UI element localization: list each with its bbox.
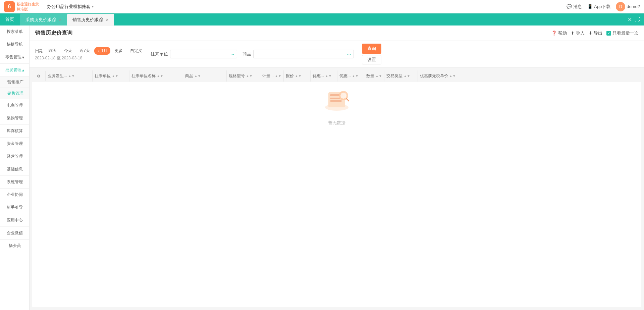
main-layout: 搜索菜单 快捷导航 零售管理 ▾ 批发管理 ▴ 营销推广 销售管理 电商管理 采… [0,25,644,310]
date-btn-last7days[interactable]: 近7天 [76,47,93,55]
sidebar-item-system-mgmt[interactable]: 系统管理 [0,176,29,189]
help-button[interactable]: ❓ 帮助 [551,30,567,36]
date-btn-yesterday[interactable]: 昨天 [46,47,60,55]
sidebar-item-wholesale-mgmt[interactable]: 批发管理 ▴ [0,64,29,76]
th-trade[interactable]: 交易类型 ▲▼ [384,70,418,82]
search-button[interactable]: 查询 [362,44,381,54]
product-dots-icon[interactable]: ··· [347,51,351,57]
app-title-area[interactable]: 办公用品行业模拟账套 ▾ [47,4,94,10]
date-btn-custom[interactable]: 自定义 [127,47,145,55]
app-dropdown-arrow[interactable]: ▾ [92,5,94,8]
sidebar-item-purchase-mgmt[interactable]: 采购管理 [0,112,29,125]
date-btn-more[interactable]: 更多 [112,47,126,55]
th-discount2[interactable]: 优惠... ▲▼ [337,70,364,82]
th-qty[interactable]: 数量 ▲▼ [364,70,384,82]
import-button[interactable]: ⬆ 导入 [571,30,585,36]
date-btn-today[interactable]: 今天 [61,47,75,55]
th-spec[interactable]: 规格型号 ▲▼ [227,70,260,82]
show-last-checkbox-wrap[interactable]: ✓ 只看最后一次 [606,30,639,36]
sort-spec-icon: ▲▼ [246,74,253,78]
table-area: ⚙ 业务发生... ▲▼ 往来单位 ▲▼ 往来单位名称 ▲▼ 商品 ▲▼ [32,70,641,307]
empty-text: 暂无数据 [328,120,345,126]
sidebar-item-operations-mgmt[interactable]: 经营管理 [0,150,29,163]
empty-state: 暂无数据 [32,82,641,126]
sidebar-item-search-menu[interactable]: 搜索菜单 [0,25,29,38]
content-area: 销售历史价查询 ❓ 帮助 ⬆ 导入 ⬇ 导出 ✓ [30,25,644,310]
sidebar-item-app-center[interactable]: 应用中心 [0,214,29,227]
sort-discount1-icon: ▲▼ [325,74,332,78]
sort-product-icon: ▲▼ [194,74,201,78]
date-range-display: 2023-02-18 至 2023-03-18 [35,55,145,61]
th-gear[interactable]: ⚙ [32,71,46,81]
tab-purchase-history-close[interactable]: ✕ [59,18,62,22]
tab-purchase-history[interactable]: 采购历史价跟踪 ✕ [20,14,67,26]
sidebar-item-finance-mgmt[interactable]: 资金管理 [0,138,29,150]
sidebar-item-quick-nav[interactable]: 快捷导航 [0,38,29,51]
tab-home[interactable]: 首页 [0,13,19,25]
sort-unit-code-icon: ▲▼ [112,74,118,78]
sidebar: 搜索菜单 快捷导航 零售管理 ▾ 批发管理 ▴ 营销推广 销售管理 电商管理 采… [0,25,30,310]
sidebar-item-marketing-promo[interactable]: 营销推广 [0,76,29,88]
gear-icon[interactable]: ⚙ [37,74,41,79]
empty-icon [320,82,354,116]
top-bar: 6 畅捷通好生意 标准版 办公用品行业模拟账套 ▾ 💬 消息 📱 App下载 D… [0,0,644,13]
sidebar-item-basic-info[interactable]: 基础信息 [0,163,29,176]
filter-partner-group: 往来单位 ··· [151,50,237,58]
export-button[interactable]: ⬇ 导出 [589,30,602,36]
table-header: ⚙ 业务发生... ▲▼ 往来单位 ▲▼ 往来单位名称 ▲▼ 商品 ▲▼ [32,70,641,82]
sidebar-item-enterprise-wechat[interactable]: 企业微信 [0,227,29,240]
page-header: 销售历史价查询 ❓ 帮助 ⬆ 导入 ⬇ 导出 ✓ [30,25,644,41]
th-discount1[interactable]: 优惠... ▲▼ [311,70,337,82]
partner-input[interactable]: ··· [170,50,237,58]
svg-line-7 [346,99,349,101]
help-icon: ❓ [551,31,557,36]
filter-date-row: 日期 昨天 今天 近7天 近1月 更多 自定义 [35,47,145,55]
partner-label: 往来单位 [151,51,168,57]
svg-point-6 [340,93,346,99]
date-options: 昨天 今天 近7天 近1月 更多 自定义 [46,47,145,55]
filter-buttons: 查询 设置 [362,44,381,64]
date-label: 日期 [35,48,44,54]
date-btn-last1month[interactable]: 近1月 [94,47,111,55]
sidebar-item-sales-mgmt[interactable]: 销售管理 [0,88,29,99]
show-last-checkbox[interactable]: ✓ [606,31,611,36]
svg-rect-3 [330,98,340,99]
logo-area: 6 畅捷通好生意 标准版 [4,1,39,12]
empty-illustration [320,82,354,116]
close-tab-action[interactable]: ✕ [628,16,632,23]
sidebar-item-vip-member[interactable]: 畅会员 [0,240,29,252]
th-unit-name[interactable]: 往来单位名称 ▲▼ [129,70,183,82]
app-download-button[interactable]: 📱 App下载 [587,4,610,10]
tab-sales-history[interactable]: 销售历史价跟踪 ✕ [67,14,114,26]
product-input[interactable]: ··· [253,50,354,58]
filter-section: 日期 昨天 今天 近7天 近1月 更多 自定义 2023-02-18 至 202… [30,41,644,67]
sort-unit-name-icon: ▲▼ [157,74,163,78]
page-title: 销售历史价查询 [35,30,72,37]
maximize-tab-action[interactable]: ⛶ [635,16,640,22]
user-menu[interactable]: D demo2 [616,2,640,11]
th-notax[interactable]: 优惠前无税单价 ▲▼ [418,70,641,82]
tab-actions: ✕ ⛶ [628,16,644,23]
sidebar-item-ecommerce-mgmt[interactable]: 电商管理 [0,99,29,112]
th-price[interactable]: 报价 ▲▼ [284,70,311,82]
tab-sales-history-close[interactable]: ✕ [106,18,109,22]
message-button[interactable]: 💬 消息 [567,4,582,10]
sidebar-item-retail-mgmt[interactable]: 零售管理 ▾ [0,51,29,64]
th-product[interactable]: 商品 ▲▼ [183,70,227,82]
product-label: 商品 [243,51,251,57]
settings-button[interactable]: 设置 [362,55,381,64]
sidebar-item-inventory-check[interactable]: 库存核算 [0,125,29,138]
filter-product-group: 商品 ··· [243,50,354,58]
top-bar-right: 💬 消息 📱 App下载 D demo2 [567,2,640,11]
sidebar-item-new-user-guide[interactable]: 新手引导 [0,201,29,214]
partner-dots-icon[interactable]: ··· [230,51,234,57]
th-unit-code[interactable]: 往来单位 ▲▼ [93,70,129,82]
sort-qty-icon: ▲▼ [375,74,382,78]
message-icon: 💬 [567,4,572,9]
th-date[interactable]: 业务发生... ▲▼ [46,70,93,82]
sort-notax-icon: ▲▼ [449,74,456,78]
sort-date-icon: ▲▼ [68,74,75,78]
th-calc[interactable]: 计量... ▲▼ [260,70,284,82]
sidebar-item-enterprise-collab[interactable]: 企业协同 [0,189,29,201]
app-download-icon: 📱 [587,4,593,9]
